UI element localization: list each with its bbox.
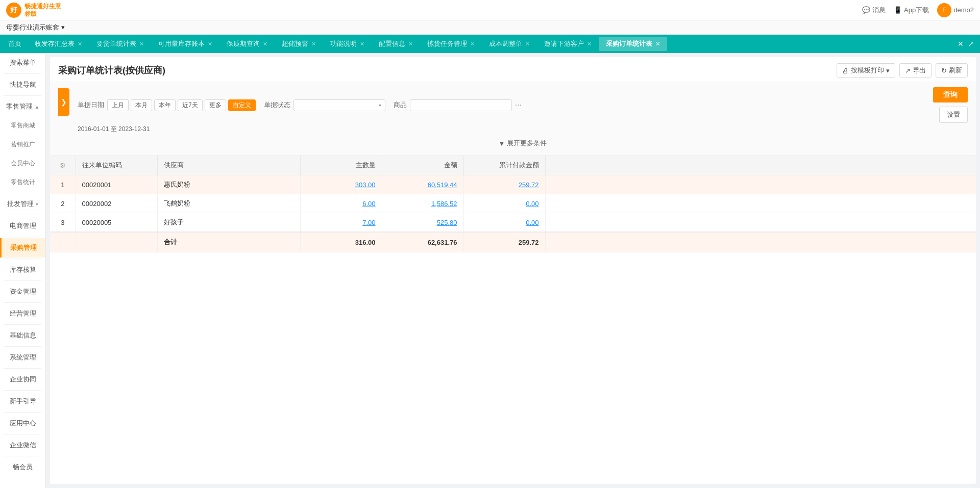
close-tab-cost-adjust[interactable]: ✕ [525, 41, 530, 47]
tab-function-desc[interactable]: 功能说明 ✕ [323, 37, 372, 51]
date-shortcut-more[interactable]: 更多 [205, 99, 226, 111]
app-download-button[interactable]: 📱 App下载 [894, 6, 929, 15]
template-print-button[interactable]: 🖨 按模板打印 ▾ [837, 63, 895, 78]
sidebar-label-retail-mgmt: 零售管理 [6, 102, 33, 111]
sidebar-item-retail-store[interactable]: 零售商城 [0, 116, 45, 135]
sidebar-label-wholesale: 批发管理 [7, 199, 34, 209]
td-extra-1 [545, 175, 976, 194]
td-amount-1[interactable]: 60,519.44 [382, 175, 463, 194]
tab-config-info[interactable]: 配置信息 ✕ [372, 37, 420, 51]
th-gear[interactable]: ⚙ [50, 156, 76, 175]
date-shortcut-7days[interactable]: 近7天 [178, 99, 203, 111]
td-paid-1[interactable]: 259.72 [463, 175, 545, 194]
sidebar-item-new-guide[interactable]: 新手引导 [0, 392, 45, 411]
close-all-tabs-icon[interactable]: ✕ [958, 40, 964, 48]
close-tab-purchase-summary[interactable]: ✕ [139, 41, 144, 47]
tab-home[interactable]: 首页 [2, 37, 28, 51]
th-qty: 主数量 [300, 156, 382, 175]
tab-receipt-summary[interactable]: 收发存汇总表 ✕ [28, 37, 89, 51]
query-button[interactable]: 查询 [933, 87, 968, 102]
sidebar-item-search[interactable]: 搜索菜单 [0, 53, 45, 72]
refresh-button[interactable]: ↻ 刷新 [936, 63, 968, 78]
goods-more-icon[interactable]: ··· [515, 100, 522, 110]
wholesale-arrow: ▾ [36, 201, 38, 207]
date-shortcut-custom[interactable]: 自定义 [228, 99, 256, 111]
expand-more-btn[interactable]: ▼ 展开更多条件 [495, 137, 551, 150]
tab-expiry-query[interactable]: 保质期查询 ✕ [219, 37, 275, 51]
table-row: 1 00020001 惠氏奶粉 303.00 60,519.44 259.72 [50, 175, 976, 194]
close-tab-expiry-query[interactable]: ✕ [263, 41, 267, 47]
sidebar-item-retail-mgmt[interactable]: 零售管理 ▲ [0, 97, 45, 116]
sidebar-item-system[interactable]: 系统管理 [0, 348, 45, 367]
close-tab-invite-downstream[interactable]: ✕ [587, 41, 592, 47]
tab-overstock-warning[interactable]: 超储预警 ✕ [275, 37, 323, 51]
sidebar-item-inventory[interactable]: 库存核算 [0, 260, 45, 279]
th-supplier: 供应商 [157, 156, 300, 175]
date-shortcut-last-month[interactable]: 上月 [107, 99, 129, 111]
date-shortcut-this-month[interactable]: 本月 [131, 99, 152, 111]
retail-mgmt-arrow: ▲ [35, 104, 40, 110]
close-tab-pick-task[interactable]: ✕ [470, 41, 475, 47]
sidebar-item-wholesale[interactable]: 批发管理 ▾ [0, 194, 45, 214]
td-amount-3[interactable]: 525.80 [382, 213, 463, 233]
settings-button[interactable]: 设置 [939, 107, 968, 123]
footer-extra [545, 232, 976, 252]
sidebar-label-marketing: 营销推广 [11, 141, 35, 148]
td-paid-3[interactable]: 0.00 [463, 213, 545, 233]
tab-cost-adjust[interactable]: 成本调整单 ✕ [482, 37, 537, 51]
close-tab-receipt-summary[interactable]: ✕ [78, 41, 82, 47]
tab-invite-downstream[interactable]: 邀请下游客户 ✕ [537, 37, 599, 51]
sidebar-item-app-center[interactable]: 应用中心 [0, 414, 45, 433]
page-header: 采购订单统计表(按供应商) 🖨 按模板打印 ▾ ↗ 导出 ↻ 刷新 [50, 57, 976, 82]
sidebar-item-ecommerce[interactable]: 电商管理 [0, 216, 45, 236]
close-tab-overstock-warning[interactable]: ✕ [311, 41, 316, 47]
sidebar-item-vip[interactable]: 畅会员 [0, 457, 45, 477]
date-shortcut-this-year[interactable]: 本年 [154, 99, 176, 111]
td-amount-2[interactable]: 1,586.52 [382, 194, 463, 213]
tab-available-stock[interactable]: 可用量库存账本 ✕ [151, 37, 219, 51]
sidebar-item-shortcut[interactable]: 快捷导航 [0, 75, 45, 94]
close-tab-function-desc[interactable]: ✕ [360, 41, 364, 47]
tab-purchase-order-stats[interactable]: 采购订单统计表 ✕ [599, 37, 667, 51]
export-button[interactable]: ↗ 导出 [899, 63, 932, 78]
sidebar-item-enterprise-collab[interactable]: 企业协同 [0, 370, 45, 389]
sidebar-item-basic-info[interactable]: 基础信息 [0, 326, 45, 345]
sidebar-item-retail-stats[interactable]: 零售统计 [0, 173, 45, 192]
close-tab-available-stock[interactable]: ✕ [208, 41, 212, 47]
tab-purchase-summary[interactable]: 要货单统计表 ✕ [89, 37, 151, 51]
tab-pick-task[interactable]: 拣货任务管理 ✕ [420, 37, 482, 51]
top-bar: 好 畅捷通好生意 标版 💬 消息 📱 App下载 E demo2 [0, 0, 980, 20]
td-paid-2[interactable]: 0.00 [463, 194, 545, 213]
td-qty-1[interactable]: 303.00 [300, 175, 382, 194]
print-icon: 🖨 [842, 67, 849, 74]
status-select[interactable] [293, 99, 385, 111]
goods-input[interactable] [410, 99, 512, 111]
footer-qty: 316.00 [300, 232, 382, 252]
sidebar-label-member: 会员中心 [11, 160, 35, 167]
expand-icon: ▼ [499, 140, 505, 147]
sidebar-label-system: 系统管理 [10, 353, 36, 361]
user-menu[interactable]: E demo2 [937, 3, 974, 17]
sidebar-item-purchase[interactable]: 采购管理 [0, 238, 45, 258]
filter-date-label: 单据日期 [78, 100, 104, 110]
workspace-selector[interactable]: 母婴行业演示账套 ▾ [6, 23, 65, 32]
sidebar-item-member[interactable]: 会员中心 [0, 154, 45, 173]
message-button[interactable]: 💬 消息 [862, 6, 886, 15]
sidebar-item-marketing[interactable]: 营销推广 [0, 135, 45, 154]
filter-collapse-btn[interactable]: ❯ [58, 88, 69, 116]
close-tab-config-info[interactable]: ✕ [408, 41, 413, 47]
main-layout: 搜索菜单 快捷导航 零售管理 ▲ 零售商城 营销推广 会员中心 零售统计 批发管 [0, 53, 980, 488]
sidebar-item-finance[interactable]: 资金管理 [0, 282, 45, 301]
close-tab-purchase-order-stats[interactable]: ✕ [655, 41, 660, 47]
sidebar-item-enterprise-wechat[interactable]: 企业微信 [0, 435, 45, 455]
td-qty-3[interactable]: 7.00 [300, 213, 382, 233]
avatar: E [937, 3, 951, 17]
maximize-icon[interactable]: ⤢ [968, 40, 974, 48]
filter-goods-label: 商品 [394, 100, 407, 110]
footer-label: 合计 [157, 232, 300, 252]
table-header: ⚙ 往来单位编码 供应商 主数量 金额 累计付款金额 [50, 156, 976, 175]
filter-row-1: 单据日期 上月 本月 本年 近7天 更多 自定义 [78, 87, 968, 123]
td-qty-2[interactable]: 6.00 [300, 194, 382, 213]
sidebar-item-operations[interactable]: 经营管理 [0, 304, 45, 323]
table-row: 2 00020002 飞鹤奶粉 6.00 1,586.52 0.00 [50, 194, 976, 213]
